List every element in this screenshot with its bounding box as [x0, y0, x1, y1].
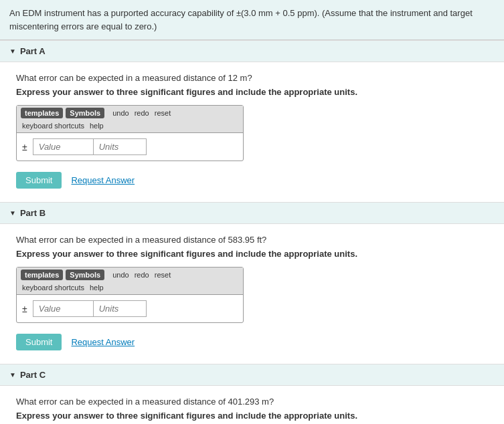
part-a-answer-row: ± [17, 133, 243, 161]
part-a-toolbar: templates Symbols undo redo reset keyboa… [17, 106, 243, 133]
part-b-reset-link[interactable]: reset [153, 270, 172, 280]
part-b-content: What error can be expected in a measured… [0, 224, 504, 364]
part-b-toolbar: templates Symbols undo redo reset keyboa… [17, 268, 243, 295]
chevron-down-icon-c: ▼ [9, 371, 16, 379]
part-b-templates-btn[interactable]: templates [21, 270, 63, 280]
part-b-plus-minus: ± [22, 304, 27, 314]
part-b-keyboard-link[interactable]: keyboard shortcuts [21, 283, 86, 292]
part-b-redo-link[interactable]: redo [133, 270, 151, 280]
part-b-units-input[interactable] [93, 300, 147, 317]
part-b-header[interactable]: ▼ Part B [0, 203, 504, 224]
part-b-instruction: Express your answer to three significant… [16, 249, 488, 259]
part-b-undo-link[interactable]: undo [111, 270, 130, 280]
part-a-keyboard-link[interactable]: keyboard shortcuts [21, 121, 86, 130]
part-c-header[interactable]: ▼ Part C [0, 364, 504, 386]
part-a-symbols-btn[interactable]: Symbols [66, 108, 104, 118]
header-text: An EDM instrument has a purported accura… [9, 8, 473, 31]
part-a-content: What error can be expected in a measured… [0, 62, 504, 202]
part-a-help-link[interactable]: help [88, 121, 105, 130]
part-a-reset-link[interactable]: reset [153, 108, 172, 118]
part-a-undo-link[interactable]: undo [111, 108, 130, 118]
part-a-submit-button[interactable]: Submit [16, 172, 62, 189]
part-c-label: Part C [20, 370, 46, 380]
part-a-templates-btn[interactable]: templates [21, 108, 63, 118]
part-a-action-row: Submit Request Answer [16, 168, 488, 191]
part-c-content: What error can be expected in a measured… [0, 386, 504, 424]
chevron-down-icon: ▼ [9, 47, 16, 55]
part-b-help-link[interactable]: help [88, 283, 105, 292]
part-a-units-input[interactable] [93, 138, 147, 155]
part-b-submit-button[interactable]: Submit [16, 334, 62, 350]
part-a-question: What error can be expected in a measured… [16, 73, 488, 83]
part-a-plus-minus: ± [22, 142, 27, 152]
part-a-instruction: Express your answer to three significant… [16, 87, 488, 97]
part-a-header[interactable]: ▼ Part A [0, 41, 504, 62]
part-c-section: ▼ Part C What error can be expected in a… [0, 364, 504, 424]
chevron-down-icon-b: ▼ [9, 209, 16, 217]
part-a-redo-link[interactable]: redo [133, 108, 151, 118]
part-b-label: Part B [20, 208, 46, 218]
part-b-request-answer-link[interactable]: Request Answer [71, 337, 135, 347]
part-c-question: What error can be expected in a measured… [16, 397, 488, 407]
part-b-action-row: Submit Request Answer [16, 330, 488, 353]
part-b-question: What error can be expected in a measured… [16, 235, 488, 245]
part-b-answer-row: ± [17, 295, 243, 322]
part-a-editor: templates Symbols undo redo reset keyboa… [16, 105, 244, 161]
header-banner: An EDM instrument has a purported accura… [0, 0, 504, 40]
part-c-instruction: Express your answer to three significant… [16, 411, 488, 421]
part-a-section: ▼ Part A What error can be expected in a… [0, 40, 504, 202]
part-b-editor: templates Symbols undo redo reset keyboa… [16, 267, 244, 323]
part-a-request-answer-link[interactable]: Request Answer [71, 175, 135, 185]
part-a-label: Part A [20, 46, 46, 56]
part-b-symbols-btn[interactable]: Symbols [66, 270, 104, 280]
part-b-section: ▼ Part B What error can be expected in a… [0, 202, 504, 364]
part-b-value-input[interactable] [33, 300, 93, 317]
part-a-value-input[interactable] [33, 138, 93, 155]
